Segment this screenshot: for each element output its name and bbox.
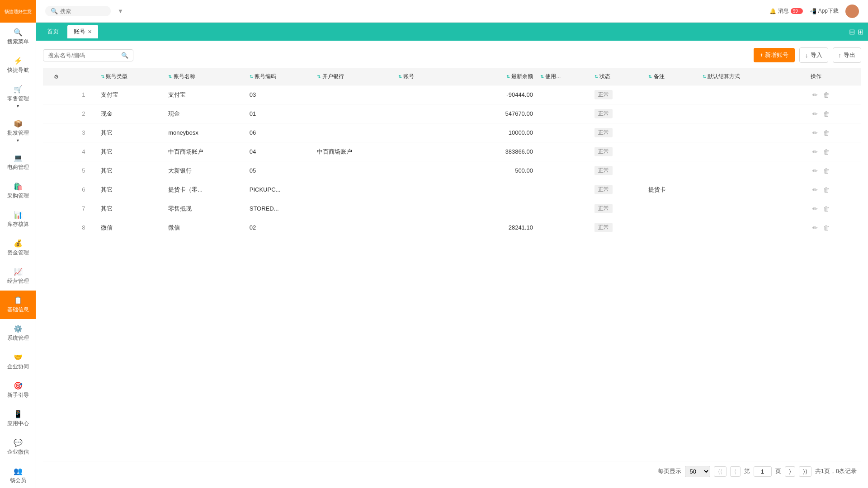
sidebar-item-app-center[interactable]: 📱 应用中心: [0, 404, 36, 433]
page-number-input[interactable]: 1: [754, 466, 772, 477]
sidebar-item-member[interactable]: 👥 畅会员: [0, 461, 36, 488]
edit-button[interactable]: ✏: [811, 223, 820, 232]
col-header-bank[interactable]: ⇅ 开户银行: [313, 68, 395, 85]
sidebar-item-operations[interactable]: 📈 经营管理: [0, 262, 36, 291]
sidebar-item-quick-nav[interactable]: ⚡ 快捷导航: [0, 51, 36, 80]
col-header-code[interactable]: ⇅ 账号编码: [246, 68, 314, 85]
col-header-status[interactable]: ⇅ 状态: [591, 68, 645, 85]
col-header-use[interactable]: ⇅ 使用...: [537, 68, 591, 85]
search-icon[interactable]: 🔍: [121, 52, 128, 59]
sidebar-item-search-menu[interactable]: 🔍 搜索菜单: [0, 23, 36, 51]
prev-page-button[interactable]: ⟨: [730, 466, 741, 477]
sidebar-item-ecommerce[interactable]: 💻 电商管理: [0, 148, 36, 177]
tab-maximize-icon[interactable]: ⊞: [858, 28, 863, 36]
delete-button[interactable]: 🗑: [821, 185, 831, 194]
page-size-select[interactable]: 50 20 100: [685, 466, 710, 477]
next-page-button[interactable]: ⟩: [785, 466, 795, 477]
row-settings: [43, 142, 70, 161]
add-account-button[interactable]: + 新增账号: [754, 48, 795, 62]
topbar: 🔍 ▼ 🔔 消息 99+ 📲 App下载: [36, 0, 868, 23]
row-actions: ✏ 🗑: [807, 161, 861, 180]
row-note: [645, 218, 699, 237]
row-note: [645, 85, 699, 104]
edit-button[interactable]: ✏: [811, 204, 820, 213]
search-box[interactable]: 🔍: [43, 49, 133, 61]
row-balance: -90444.00: [462, 85, 537, 104]
message-button[interactable]: 🔔 消息 99+: [769, 7, 803, 15]
app-download-button[interactable]: 📲 App下载: [810, 7, 839, 15]
topbar-dropdown-icon[interactable]: ▼: [118, 8, 123, 14]
row-settings: [43, 199, 70, 218]
row-account: [395, 161, 462, 180]
sidebar-item-basic-info[interactable]: 📋 基础信息: [0, 291, 36, 319]
col-header-settings[interactable]: ⚙: [43, 68, 70, 85]
delete-button[interactable]: 🗑: [821, 166, 831, 175]
col-header-balance[interactable]: ⇅ 最新余额: [462, 68, 537, 85]
delete-button[interactable]: 🗑: [821, 90, 831, 99]
sidebar-item-enterprise[interactable]: 🤝 企业协同: [0, 347, 36, 376]
edit-button[interactable]: ✏: [811, 147, 820, 156]
delete-button[interactable]: 🗑: [821, 128, 831, 137]
sidebar: 畅捷通好生意 🔍 搜索菜单 ⚡ 快捷导航 🛒 零售管理 ▼ 📦 批发管理 ▼ 💻…: [0, 0, 36, 488]
sidebar-item-retail[interactable]: 🛒 零售管理 ▼: [0, 80, 36, 114]
delete-button[interactable]: 🗑: [821, 204, 831, 213]
col-header-account[interactable]: ⇅ 账号: [395, 68, 462, 85]
guide-icon: 🎯: [14, 381, 23, 390]
message-badge: 99+: [791, 8, 803, 14]
delete-button[interactable]: 🗑: [821, 147, 831, 156]
tab-accounts[interactable]: 账号 ✕: [67, 25, 98, 38]
row-account: [395, 218, 462, 237]
basic-info-icon: 📋: [14, 296, 23, 305]
sidebar-item-label: 畅会员: [10, 477, 26, 484]
edit-button[interactable]: ✏: [811, 185, 820, 194]
toolbar-right: + 新增账号 ↓ 导入 ↑ 导出: [754, 47, 861, 63]
row-account: [395, 85, 462, 104]
edit-button[interactable]: ✏: [811, 166, 820, 175]
page-size-label: 每页显示: [658, 467, 681, 475]
first-page-button[interactable]: ⟨⟨: [714, 466, 726, 477]
sidebar-item-wechat[interactable]: 💬 企业微信: [0, 433, 36, 461]
row-code: 04: [246, 142, 314, 161]
sidebar-item-finance[interactable]: 💰 资金管理: [0, 234, 36, 262]
delete-button[interactable]: 🗑: [821, 223, 831, 232]
sidebar-item-wholesale[interactable]: 📦 批发管理 ▼: [0, 114, 36, 148]
row-num: 4: [70, 142, 97, 161]
row-use: [537, 180, 591, 199]
topbar-search-box[interactable]: 🔍: [45, 6, 111, 16]
edit-button[interactable]: ✏: [811, 90, 820, 99]
col-header-type[interactable]: ⇅ 账号类型: [97, 68, 165, 85]
sidebar-item-label: 新手引导: [7, 391, 29, 399]
import-button[interactable]: ↓ 导入: [799, 47, 828, 63]
last-page-button[interactable]: ⟩⟩: [799, 466, 811, 477]
sidebar-item-inventory[interactable]: 📊 库存核算: [0, 205, 36, 234]
row-default-settlement: [699, 199, 807, 218]
tab-minimize-icon[interactable]: ⊟: [849, 28, 855, 36]
edit-button[interactable]: ✏: [811, 109, 820, 118]
settings-icon[interactable]: ⚙: [54, 74, 59, 80]
table-row: 5 其它 大新银行 05 500.00 正常 ✏ 🗑: [43, 161, 861, 180]
export-button[interactable]: ↑ 导出: [833, 47, 862, 63]
row-num: 2: [70, 104, 97, 123]
row-account: [395, 180, 462, 199]
row-type: 其它: [97, 199, 165, 218]
edit-button[interactable]: ✏: [811, 128, 820, 137]
row-actions: ✏ 🗑: [807, 218, 861, 237]
tab-home[interactable]: 首页: [41, 25, 65, 38]
sidebar-item-guide[interactable]: 🎯 新手引导: [0, 376, 36, 404]
col-header-name[interactable]: ⇅ 账号名称: [165, 68, 246, 85]
row-code: PICKUPC...: [246, 180, 314, 199]
col-header-note[interactable]: ⇅ 备注: [645, 68, 699, 85]
search-menu-icon: 🔍: [14, 28, 23, 37]
tab-close-icon[interactable]: ✕: [88, 29, 92, 35]
sidebar-item-purchase[interactable]: 🛍️ 采购管理: [0, 177, 36, 205]
col-header-default[interactable]: ⇅ 默认结算方式: [699, 68, 807, 85]
delete-button[interactable]: 🗑: [821, 109, 831, 118]
row-use: [537, 161, 591, 180]
row-balance: 383866.00: [462, 142, 537, 161]
sidebar-item-system[interactable]: ⚙️ 系统管理: [0, 319, 36, 347]
topbar-search-input[interactable]: [60, 8, 105, 14]
search-input[interactable]: [48, 52, 118, 59]
user-avatar[interactable]: [845, 5, 859, 18]
row-num: 7: [70, 199, 97, 218]
sidebar-item-label: 经营管理: [7, 277, 29, 285]
